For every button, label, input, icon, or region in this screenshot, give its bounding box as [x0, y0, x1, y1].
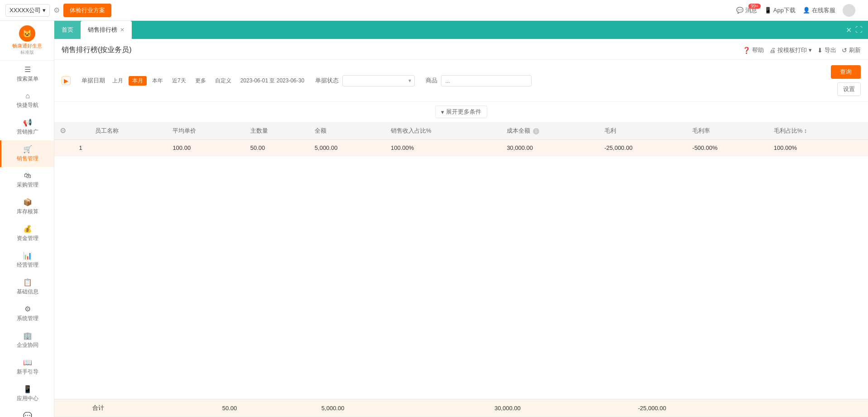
date-tab-current-month[interactable]: 本月 — [129, 76, 147, 86]
tab-close-all-icon[interactable]: ✕ — [846, 26, 852, 34]
expand-more-btn[interactable]: ▾ 展开更多条件 — [435, 105, 487, 118]
th-amount: 全额 — [309, 122, 385, 140]
sidebar-item-sales[interactable]: 🛒 销售管理 — [0, 140, 54, 167]
date-tab-prev-month[interactable]: 上月 — [109, 76, 127, 86]
basic-info-icon: 📋 — [23, 278, 32, 287]
summary-avg-price — [175, 399, 217, 417]
sidebar-item-search-order[interactable]: ☰ 搜索菜单 — [0, 61, 54, 87]
try-industry-btn[interactable]: 体验行业方案 — [63, 4, 111, 17]
export-btn[interactable]: ⬇ 导出 — [817, 46, 836, 54]
print-btn[interactable]: 🖨 按模板打印 ▾ — [769, 46, 812, 54]
beginner-icon: 📖 — [23, 358, 32, 367]
online-service-btn[interactable]: 👤 在线客服 — [803, 6, 835, 14]
query-area: 查询 设置 — [831, 65, 861, 96]
date-tab-last7days[interactable]: 近7天 — [168, 76, 190, 86]
sidebar-item-shortcut[interactable]: ⌂ 快捷导航 — [0, 87, 54, 114]
sidebar-item-beginner[interactable]: 📖 新手引导 — [0, 354, 54, 380]
th-rank — [72, 122, 90, 140]
sidebar-item-system[interactable]: ⚙ 系统管理 — [0, 300, 54, 327]
summary-sales-pct — [447, 399, 489, 417]
company-selector[interactable]: XXXXX公司 ▾ — [5, 4, 50, 17]
tab-home[interactable]: 首页 — [54, 21, 81, 39]
column-settings-icon[interactable]: ⚙ — [60, 127, 66, 134]
th-gross-pct: 毛利占比% ↕ — [768, 122, 868, 140]
tab-close-icon[interactable]: ✕ — [120, 27, 125, 33]
expand-more-area: ▾ 展开更多条件 — [54, 102, 868, 122]
refresh-icon: ↺ — [842, 47, 847, 54]
app-download-btn[interactable]: 📱 App下载 — [764, 6, 796, 14]
cell-settings — [54, 140, 72, 156]
empty-space — [54, 260, 868, 399]
help-label: 帮助 — [752, 46, 764, 54]
settings-icon[interactable]: ⚙ — [53, 6, 60, 14]
date-tab-more[interactable]: 更多 — [192, 76, 210, 86]
tab-sales-rank[interactable]: 销售排行榜 ✕ — [81, 21, 132, 39]
date-tab-custom[interactable]: 自定义 — [211, 76, 235, 86]
summary-gross-pct — [826, 399, 868, 417]
user-avatar[interactable] — [843, 4, 855, 17]
summary-label: 合计 — [87, 399, 175, 417]
tab-home-label: 首页 — [62, 26, 73, 34]
date-tab-current-year[interactable]: 本年 — [149, 76, 167, 86]
header-actions: ❓ 帮助 🖨 按模板打印 ▾ ⬇ 导出 — [743, 46, 861, 54]
sidebar-item-label: 搜索菜单 — [17, 75, 38, 83]
marketing-icon: 📢 — [23, 118, 32, 127]
th-avg-price: 平均单价 — [167, 122, 245, 140]
date-range: 2023-06-01 至 2023-06-30 — [240, 77, 304, 85]
summary-gross-rate — [784, 399, 826, 417]
query-btn[interactable]: 查询 — [831, 65, 861, 79]
main-area: 🐱 畅康通好生意 标准版 ☰ 搜索菜单 ⌂ 快捷导航 📢 营销推广 🛒 销售管理 — [0, 21, 868, 417]
sidebar-item-label: 新手引导 — [17, 368, 38, 376]
page-header: 销售排行榜(按业务员) ❓ 帮助 🖨 按模板打印 ▾ — [54, 39, 868, 60]
goods-input[interactable] — [445, 77, 528, 84]
th-settings: ⚙ — [54, 122, 72, 140]
summary-main-qty: 50.00 — [217, 399, 316, 417]
top-bar-left: XXXXX公司 ▾ ⚙ 体验行业方案 — [5, 4, 111, 17]
filter-collapse-btn[interactable]: ▶ — [62, 76, 71, 85]
search-order-icon: ☰ — [24, 65, 31, 74]
sidebar-item-wechat[interactable]: 💬 企业微信 — [0, 407, 54, 417]
th-gross-rate: 毛利率 — [687, 122, 768, 140]
sidebar-item-label: 应用中心 — [17, 395, 38, 403]
summary-table: 合计 50.00 5,000.00 30,000.00 -25,000.00 — [54, 399, 868, 417]
filter-section: ▶ 单据日期 上月 本月 本年 近7天 更多 — [54, 60, 868, 122]
sidebar-item-basic-info[interactable]: 📋 基础信息 — [0, 273, 54, 300]
sidebar-item-purchase[interactable]: 🛍 采购管理 — [0, 167, 54, 193]
cost-info-icon[interactable]: i — [533, 128, 539, 134]
summary-rank-cell — [69, 399, 87, 417]
summary-gross: -25,000.00 — [633, 399, 784, 417]
status-select[interactable] — [342, 75, 415, 86]
sidebar-item-marketing[interactable]: 📢 营销推广 — [0, 114, 54, 140]
cell-gross: -25,000.00 — [599, 140, 687, 156]
sidebar-item-label: 系统管理 — [17, 315, 38, 322]
th-gross: 毛利 — [599, 122, 687, 140]
company-dropdown-icon: ▾ — [43, 7, 46, 14]
date-label: 单据日期 — [82, 77, 105, 85]
settings-btn[interactable]: 设置 — [837, 82, 861, 96]
sidebar-item-inventory[interactable]: 📦 库存核算 — [0, 193, 54, 220]
cell-cost: 30,000.00 — [501, 140, 599, 156]
cell-avg-price: 100.00 — [167, 140, 245, 156]
refresh-btn[interactable]: ↺ 刷新 — [842, 46, 861, 54]
export-icon: ⬇ — [817, 47, 823, 54]
table-header-row: ⚙ 员工名称 平均单价 主数量 全额 销售收入占比% 成本全额 — [54, 122, 868, 140]
tab-bar: 首页 销售排行榜 ✕ ✕ ⛶ — [54, 21, 868, 39]
sidebar-item-finance[interactable]: 💰 资金管理 — [0, 220, 54, 247]
gross-pct-sort-icon[interactable]: ↕ — [804, 127, 807, 134]
help-btn[interactable]: ❓ 帮助 — [743, 46, 764, 54]
tab-sales-rank-label: 销售排行榜 — [88, 26, 117, 34]
sidebar-item-label: 快捷导航 — [17, 101, 38, 109]
print-dropdown-icon: ▾ — [809, 47, 812, 53]
message-badge: 99+ — [748, 4, 761, 9]
th-sales-pct: 销售收入占比% — [385, 122, 501, 140]
online-service-label: 在线客服 — [812, 6, 835, 14]
inventory-icon: 📦 — [23, 198, 32, 206]
tab-expand-icon[interactable]: ⛶ — [855, 26, 863, 34]
sidebar-item-operations[interactable]: 📊 经营管理 — [0, 247, 54, 273]
finance-icon: 💰 — [23, 225, 32, 233]
sidebar-item-app-center[interactable]: 📱 应用中心 — [0, 380, 54, 407]
message-btn[interactable]: 💬 消息 99+ — [736, 6, 757, 14]
app-center-icon: 📱 — [23, 385, 32, 393]
page-inner: 销售排行榜(按业务员) ❓ 帮助 🖨 按模板打印 ▾ — [54, 39, 868, 417]
sidebar-item-enterprise[interactable]: 🏢 企业协同 — [0, 327, 54, 354]
